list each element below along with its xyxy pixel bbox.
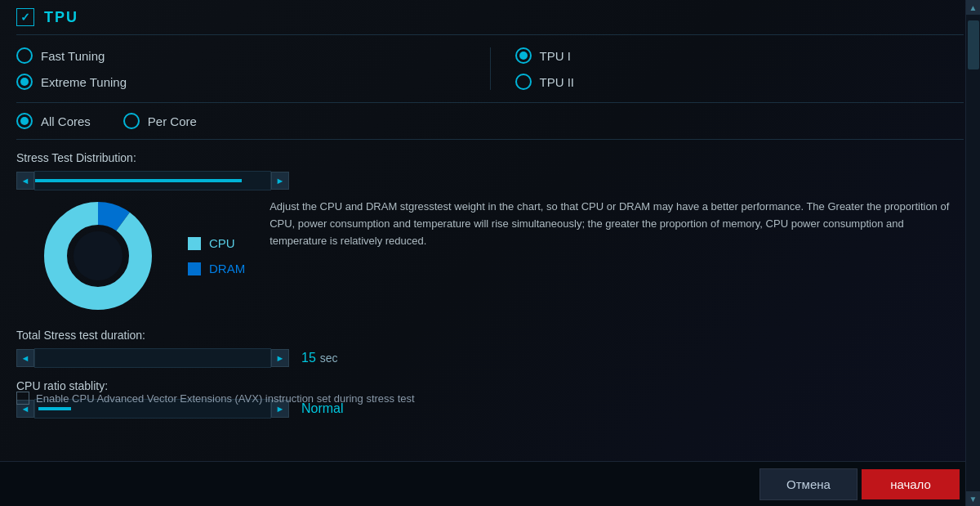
stress-slider-left-arrow[interactable]: ◄ xyxy=(16,172,34,190)
legend-area: CPU DRAM xyxy=(188,236,245,275)
start-button[interactable]: начало xyxy=(862,469,960,499)
duration-slider-right-arrow[interactable]: ► xyxy=(271,349,289,367)
tpu-header: ✓ TPU xyxy=(16,0,964,35)
donut-hole xyxy=(74,231,122,280)
cpu-ratio-label: CPU ratio stablity: xyxy=(16,379,964,392)
tpu-i-radio[interactable] xyxy=(515,47,532,64)
stress-slider-right-arrow[interactable]: ► xyxy=(271,172,289,190)
duration-slider-left-arrow[interactable]: ◄ xyxy=(16,349,34,367)
all-cores-option[interactable]: All Cores xyxy=(16,113,91,129)
cpu-legend-item: CPU xyxy=(188,236,245,250)
tpu-ii-label: TPU II xyxy=(540,75,575,89)
duration-value: 15 xyxy=(301,351,316,365)
stress-test-section: Stress Test Distribution: ◄ ► xyxy=(16,151,964,317)
stress-test-info-text: Adjust the CPU and DRAM stgresstest weig… xyxy=(270,195,964,317)
scrollbar: ▲ ▼ xyxy=(965,0,980,506)
donut-chart-area xyxy=(16,195,180,317)
tpu-checkbox[interactable]: ✓ xyxy=(16,8,34,26)
duration-slider-track[interactable] xyxy=(34,348,271,368)
all-cores-radio-inner xyxy=(20,117,29,125)
tpu-i-radio-inner xyxy=(519,51,528,60)
extreme-tuning-radio[interactable] xyxy=(16,74,33,90)
duration-label: Total Stress test duration: xyxy=(16,329,964,342)
cpu-legend-label: CPU xyxy=(209,236,235,250)
donut-chart-svg xyxy=(41,199,155,313)
fast-tuning-radio[interactable] xyxy=(16,47,33,64)
avx-label: Enable CPU Advanced Vector Extensions (A… xyxy=(36,392,415,405)
per-core-option[interactable]: Per Core xyxy=(123,113,197,129)
full-content: ✓ TPU Fast Tuning Extreme Tuning xyxy=(0,0,980,458)
extreme-tuning-label: Extreme Tuning xyxy=(41,75,127,89)
cpu-ratio-fill xyxy=(38,407,71,410)
all-cores-radio[interactable] xyxy=(16,113,33,129)
stress-slider-fill xyxy=(35,179,242,182)
bottom-bar: Отмена начало xyxy=(0,461,980,506)
tpu-checkmark: ✓ xyxy=(20,11,30,24)
duration-section: Total Stress test duration: ◄ ► 15 sec xyxy=(16,329,964,368)
all-cores-label: All Cores xyxy=(41,114,91,128)
stress-test-label: Stress Test Distribution: xyxy=(16,151,964,164)
fast-tuning-label: Fast Tuning xyxy=(41,49,105,63)
main-container: ✓ TPU Fast Tuning Extreme Tuning xyxy=(0,0,980,506)
stress-slider-container: ◄ ► xyxy=(16,171,964,190)
extreme-tuning-option[interactable]: Extreme Tuning xyxy=(16,74,466,90)
chart-legend-area: CPU DRAM xyxy=(16,195,245,317)
right-tuning-col: TPU I TPU II xyxy=(515,47,964,90)
avx-row: Enable CPU Advanced Vector Extensions (A… xyxy=(16,392,415,405)
dram-legend-label: DRAM xyxy=(209,262,245,275)
duration-unit: sec xyxy=(320,352,338,365)
cpu-legend-color xyxy=(188,237,201,250)
stress-slider-track[interactable] xyxy=(34,171,271,190)
tpu-ii-option[interactable]: TPU II xyxy=(515,74,964,90)
duration-row: ◄ ► 15 sec xyxy=(16,348,964,368)
tpu-title: TPU xyxy=(44,9,78,26)
scrollbar-thumb[interactable] xyxy=(968,20,979,69)
fast-tuning-option[interactable]: Fast Tuning xyxy=(16,47,466,64)
scrollbar-down-arrow[interactable]: ▼ xyxy=(966,491,981,506)
scrollbar-track[interactable] xyxy=(966,15,981,491)
tpu-ii-radio[interactable] xyxy=(515,74,532,90)
dram-legend-item: DRAM xyxy=(188,262,245,275)
cancel-button[interactable]: Отмена xyxy=(760,468,858,500)
tpu-i-option[interactable]: TPU I xyxy=(515,47,964,64)
per-core-radio[interactable] xyxy=(123,113,140,129)
cores-row: All Cores Per Core xyxy=(16,103,964,140)
tuning-options-row: Fast Tuning Extreme Tuning TPU I xyxy=(16,35,964,103)
extreme-tuning-radio-inner xyxy=(20,78,29,86)
tpu-i-label: TPU I xyxy=(540,49,571,63)
per-core-label: Per Core xyxy=(148,114,197,128)
avx-checkbox[interactable] xyxy=(16,392,29,405)
dram-legend-color xyxy=(188,262,201,275)
vertical-divider xyxy=(490,47,491,90)
scrollbar-up-arrow[interactable]: ▲ xyxy=(966,0,981,15)
left-tuning-col: Fast Tuning Extreme Tuning xyxy=(16,47,466,90)
chart-info-row: CPU DRAM Adjust the CPU and DRAM stgress… xyxy=(16,195,964,317)
